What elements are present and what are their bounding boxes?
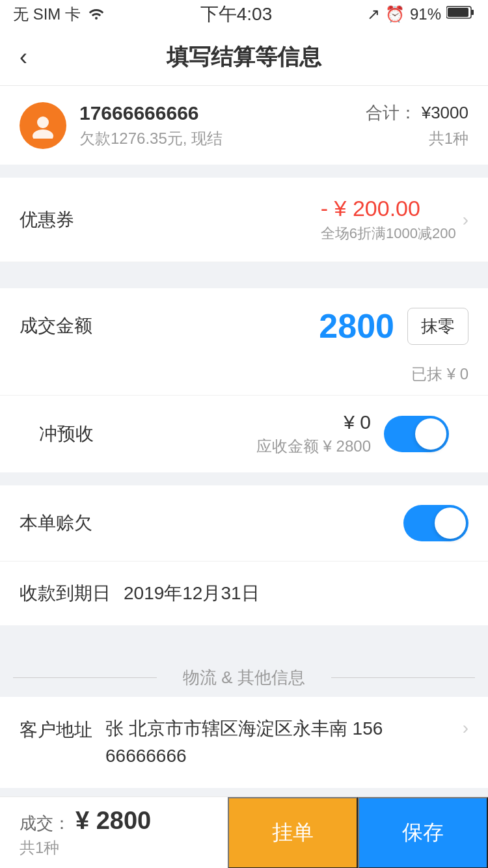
- coupon-row[interactable]: 优惠券 - ¥ 200.00 全场6折满1000减200 ›: [0, 178, 488, 262]
- toggle-knob: [415, 418, 446, 450]
- svg-rect-1: [471, 10, 474, 15]
- amount-label: 成交金额: [20, 314, 92, 338]
- coupon-discount: - ¥ 200.00: [321, 196, 456, 221]
- status-bar: 无 SIM 卡 下午4:03 ↗ ⏰ 91%: [0, 0, 488, 29]
- location-icon: ↗: [367, 5, 380, 23]
- bottom-summary: 成交： ¥ 2800 共1种: [0, 807, 228, 858]
- user-total-value: ¥3000: [422, 103, 468, 122]
- nav-bar: ‹ 填写结算等信息: [0, 29, 488, 86]
- credit-label: 本单赊欠: [20, 511, 92, 536]
- status-left: 无 SIM 卡: [13, 4, 105, 25]
- amount-right: 2800 抹零: [319, 306, 468, 346]
- round-button[interactable]: 抹零: [407, 308, 468, 345]
- carrier-text: 无 SIM 卡: [13, 4, 81, 25]
- bottom-total-row: 成交： ¥ 2800: [20, 807, 208, 835]
- status-right: ↗ ⏰ 91%: [367, 5, 475, 23]
- battery-text: 91%: [410, 5, 441, 23]
- logistics-divider: 物流 & 其他信息: [0, 658, 488, 697]
- address-value: 张 北京市市辖区海淀区永丰南 156 66666666: [105, 715, 456, 770]
- battery-icon: [446, 5, 475, 23]
- wifi-icon: [87, 5, 105, 23]
- coupon-info: - ¥ 200.00 全场6折满1000减200: [321, 196, 456, 243]
- user-total-label: 合计：: [366, 103, 416, 122]
- prepay-toggle[interactable]: [384, 416, 449, 452]
- credit-card: 本单赊欠: [0, 485, 488, 561]
- user-info: 17666666666 欠款1276.35元, 现结: [79, 102, 223, 149]
- address-card[interactable]: 客户地址 张 北京市市辖区海淀区永丰南 156 66666666 ›: [0, 697, 488, 788]
- user-card: 17666666666 欠款1276.35元, 现结 合计： ¥3000 共1种: [0, 86, 488, 165]
- svg-rect-2: [448, 8, 468, 17]
- prepay-sub: 应收金额 ¥ 2800: [256, 436, 371, 457]
- prepay-label: 冲预收: [39, 422, 94, 446]
- chevron-right-icon: ›: [463, 210, 468, 230]
- amount-row: 成交金额 2800 抹零: [0, 288, 488, 364]
- coupon-card: 优惠券 - ¥ 200.00 全场6折满1000减200 ›: [0, 178, 488, 262]
- prepay-section: 冲预收 ¥ 0 应收金额 ¥ 2800: [0, 395, 488, 472]
- bottom-total-amount: ¥ 2800: [75, 807, 151, 835]
- section-divider-3: [0, 638, 488, 658]
- back-button[interactable]: ‹: [20, 44, 27, 71]
- avatar: [20, 102, 66, 149]
- status-time: 下午4:03: [200, 2, 273, 27]
- svg-point-3: [37, 116, 49, 128]
- user-right: 合计： ¥3000 共1种: [366, 102, 468, 149]
- amount-card: 成交金额 2800 抹零 已抹 ¥ 0 冲预收 ¥ 0 应收金额 ¥ 2800: [0, 288, 488, 472]
- section-divider-2: [0, 472, 488, 485]
- bottom-bar: 成交： ¥ 2800 共1种 挂单 保存: [0, 796, 488, 868]
- divider-line-right: [331, 677, 475, 678]
- save-button[interactable]: 保存: [358, 797, 488, 869]
- credit-toggle[interactable]: [403, 505, 468, 541]
- user-total: 合计： ¥3000: [366, 102, 468, 124]
- user-subinfo: 欠款1276.35元, 现结: [79, 128, 223, 149]
- bottom-total-label: 成交：: [20, 812, 70, 835]
- prepay-amounts: ¥ 0 应收金额 ¥ 2800: [256, 411, 371, 457]
- bottom-count: 共1种: [20, 837, 208, 858]
- due-date-label: 收款到期日: [20, 581, 111, 606]
- prepay-row: 冲预收 ¥ 0 应收金额 ¥ 2800: [20, 396, 468, 472]
- logistics-label: 物流 & 其他信息: [183, 666, 305, 689]
- due-date-card: 收款到期日 2019年12月31日: [0, 562, 488, 625]
- content: 17666666666 欠款1276.35元, 现结 合计： ¥3000 共1种…: [0, 86, 488, 868]
- coupon-right: - ¥ 200.00 全场6折满1000减200 ›: [321, 196, 468, 243]
- due-date-value: 2019年12月31日: [124, 581, 260, 606]
- user-phone: 17666666666: [79, 102, 223, 124]
- alarm-icon: ⏰: [385, 5, 405, 23]
- user-count: 共1种: [366, 128, 468, 149]
- hold-button[interactable]: 挂单: [228, 797, 358, 869]
- section-divider-1: [0, 275, 488, 288]
- prepay-amount: ¥ 0: [344, 411, 371, 433]
- coupon-label: 优惠券: [20, 208, 74, 232]
- prepay-right: ¥ 0 应收金额 ¥ 2800: [256, 411, 449, 457]
- coupon-description: 全场6折满1000减200: [321, 224, 456, 243]
- amount-sub: 已抹 ¥ 0: [0, 364, 488, 395]
- address-label: 客户地址: [20, 715, 92, 742]
- credit-toggle-knob: [435, 508, 466, 539]
- address-chevron-icon: ›: [463, 715, 468, 739]
- page-title: 填写结算等信息: [167, 42, 321, 72]
- amount-value: 2800: [319, 306, 394, 346]
- user-left: 17666666666 欠款1276.35元, 现结: [20, 102, 223, 149]
- divider-line-left: [13, 677, 157, 678]
- svg-point-4: [33, 129, 53, 139]
